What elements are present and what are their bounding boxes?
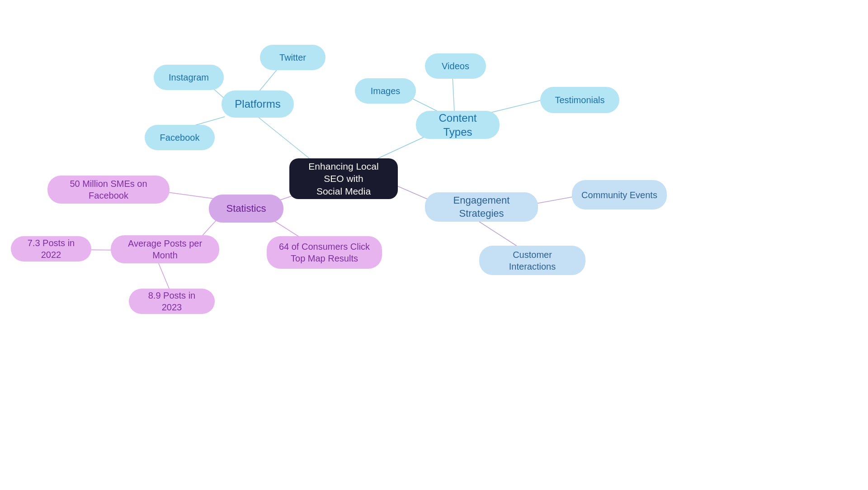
customer-interactions-label: Customer Interactions [488,249,576,272]
images-node[interactable]: Images [355,78,416,104]
platforms-label: Platforms [235,97,280,111]
content-types-node[interactable]: Content Types [416,111,500,139]
images-label: Images [371,85,401,97]
twitter-label: Twitter [279,52,306,63]
smes-node[interactable]: 50 Million SMEs on Facebook [47,176,170,204]
twitter-node[interactable]: Twitter [260,45,326,70]
statistics-label: Statistics [226,202,266,215]
center-node[interactable]: Enhancing Local SEO with Social Media [289,158,398,199]
customer-interactions-node[interactable]: Customer Interactions [479,246,585,275]
consumers-node[interactable]: 64 of Consumers Click Top Map Results [267,236,382,269]
content-types-label: Content Types [425,111,491,139]
svg-line-16 [158,262,170,290]
avg-posts-node[interactable]: Average Posts per Month [111,235,219,263]
engagement-node[interactable]: Engagement Strategies [425,192,538,222]
videos-node[interactable]: Videos [425,53,486,79]
posts-2023-label: 8.9 Posts in 2023 [138,290,206,313]
community-events-label: Community Events [581,189,657,201]
posts-2023-node[interactable]: 8.9 Posts in 2023 [129,289,215,314]
svg-line-10 [479,222,520,248]
facebook-node[interactable]: Facebook [145,125,215,150]
testimonials-node[interactable]: Testimonials [540,87,619,113]
testimonials-label: Testimonials [555,94,604,106]
platforms-node[interactable]: Platforms [222,90,294,118]
videos-label: Videos [442,60,469,72]
statistics-node[interactable]: Statistics [209,195,283,223]
posts-2022-label: 7.3 Posts in 2022 [20,237,82,261]
engagement-label: Engagement Strategies [434,194,529,220]
posts-2022-node[interactable]: 7.3 Posts in 2022 [11,236,91,262]
instagram-node[interactable]: Instagram [154,65,224,90]
facebook-label: Facebook [160,132,200,143]
avg-posts-label: Average Posts per Month [120,238,210,261]
consumers-label: 64 of Consumers Click Top Map Results [276,241,373,264]
center-label: Enhancing Local SEO with Social Media [298,160,389,197]
community-events-node[interactable]: Community Events [572,180,667,209]
instagram-label: Instagram [169,71,209,83]
smes-label: 50 Million SMEs on Facebook [57,178,160,201]
